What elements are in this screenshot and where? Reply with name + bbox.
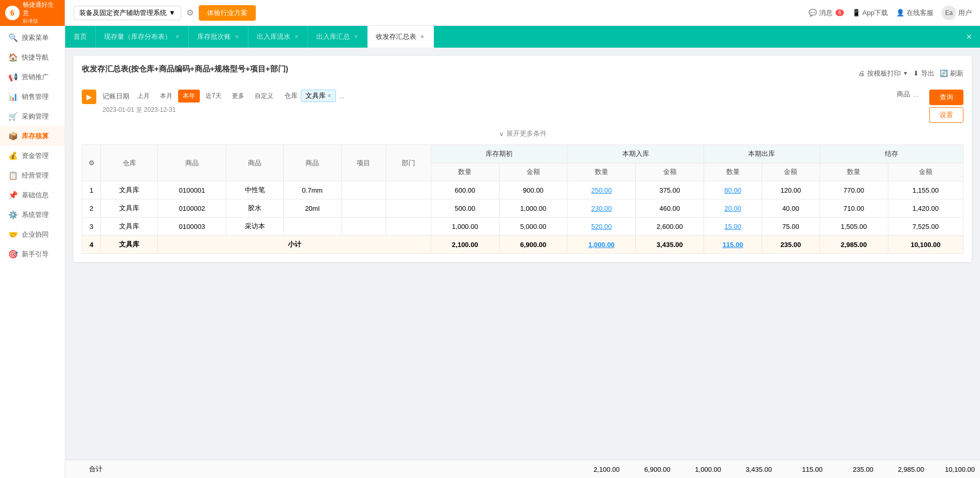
warehouse-tag-close[interactable]: × <box>328 92 331 99</box>
row-goods-spec: 0.7mm <box>283 181 341 199</box>
row-out-qty[interactable]: 15.00 <box>704 218 762 236</box>
sidebar-item-sales[interactable]: 📊 销售管理 <box>0 87 65 107</box>
sidebar-item-label: 基础信息 <box>22 191 49 200</box>
date-label: 记账日期 <box>103 92 129 101</box>
col-goods-spec-header: 商品 <box>283 145 341 181</box>
tab-batch[interactable]: 库存批次账 × <box>189 26 248 48</box>
row-in-qty[interactable]: 230.00 <box>567 199 636 218</box>
trial-btn[interactable]: 体验行业方案 <box>199 5 256 21</box>
col-out-header: 本期出库 <box>704 145 820 163</box>
export-btn[interactable]: ⬇ 导出 <box>913 69 934 78</box>
date-btns: 上月 本月 本年 近7天 更多 自定义 <box>133 90 278 103</box>
warehouse-more[interactable]: ... <box>339 92 345 100</box>
sidebar-item-operations[interactable]: 📋 经营管理 <box>0 166 65 185</box>
footer-bal-qty: 2,985.00 <box>877 466 924 473</box>
row-goods-spec <box>283 218 341 236</box>
avatar: Ea <box>942 6 956 20</box>
sidebar-item-guide[interactable]: 🎯 新手引导 <box>0 244 65 264</box>
subtotal-bal-qty: 2,985.00 <box>820 236 888 254</box>
row-bal-amt: 7,525.00 <box>888 218 963 236</box>
expand-more-btn[interactable]: ∨ 展开更多条件 <box>499 129 547 138</box>
sidebar-logo: 6 畅捷通好生意 标准版 <box>0 0 65 26</box>
sidebar-item-system[interactable]: ⚙️ 系统管理 <box>0 205 65 225</box>
sidebar-item-label: 系统管理 <box>22 210 49 220</box>
col-out-amt: 金额 <box>762 163 820 181</box>
inventory-icon: 📦 <box>8 132 18 141</box>
refresh-icon: 🔄 <box>940 69 948 77</box>
mobile-icon: 📱 <box>852 9 860 17</box>
collab-icon: 🤝 <box>8 230 18 239</box>
row-in-amt: 375.00 <box>636 181 704 199</box>
date-more[interactable]: 更多 <box>227 90 249 103</box>
sidebar-item-purchase[interactable]: 🛒 采购管理 <box>0 107 65 126</box>
data-table: ⚙ 仓库 商品 商品 商品 项目 部门 库存期初 本期入库 本期出库 结存 数量… <box>82 144 963 254</box>
system-selector[interactable]: 装备及固定资产辅助管理系统 ▼ <box>74 6 181 20</box>
subtotal-in-qty[interactable]: 1,000.00 <box>567 236 636 254</box>
tab-inventory-dist[interactable]: 现存量（库存分布表） × <box>96 26 189 48</box>
sidebar-item-quick[interactable]: 🏠 快捷导航 <box>0 48 65 67</box>
table-settings-col[interactable]: ⚙ <box>82 145 101 181</box>
refresh-btn[interactable]: 🔄 刷新 <box>940 69 963 78</box>
message-btn[interactable]: 💬 消息 6 <box>809 8 844 18</box>
home-icon: 🏠 <box>8 53 18 62</box>
marketing-icon: 📢 <box>8 73 18 82</box>
goods-more[interactable]: ... <box>913 91 919 98</box>
sidebar-item-marketing[interactable]: 📢 营销推广 <box>0 67 65 87</box>
date-this-year[interactable]: 本年 <box>178 90 200 103</box>
tab-recv-summary[interactable]: 收发存汇总表 × <box>368 26 434 48</box>
sidebar-item-search[interactable]: 🔍 搜索菜单 <box>0 28 65 48</box>
tab-batch-close[interactable]: × <box>234 32 240 41</box>
sidebar-item-basic[interactable]: 📌 基础信息 <box>0 185 65 205</box>
tab-inout-summary-close[interactable]: × <box>353 32 359 41</box>
row-in-qty[interactable]: 520.00 <box>567 218 636 236</box>
sidebar-item-collab[interactable]: 🤝 企业协同 <box>0 225 65 244</box>
date-this-month[interactable]: 本月 <box>155 90 177 103</box>
subtotal-out-qty[interactable]: 115.00 <box>704 236 762 254</box>
sidebar-item-label: 采购管理 <box>22 112 49 121</box>
tab-home[interactable]: 首页 <box>65 26 96 48</box>
row-out-qty[interactable]: 20.00 <box>704 199 762 218</box>
date-last-month[interactable]: 上月 <box>133 90 154 103</box>
tab-recv-summary-close[interactable]: × <box>419 32 425 41</box>
search-icon: 🔍 <box>8 33 18 42</box>
warehouse-tag-text: 文具库 <box>305 91 326 100</box>
row-warehouse: 文具库 <box>101 199 158 218</box>
subtotal-out-amt: 235.00 <box>762 236 820 254</box>
online-service-btn[interactable]: 👤 在线客服 <box>896 8 933 18</box>
query-btn[interactable]: 查询 <box>929 90 963 105</box>
row-goods-code: 0100001 <box>158 181 226 199</box>
tab-inout-summary[interactable]: 出入库汇总 × <box>308 26 368 48</box>
chevron-print-icon: ▼ <box>903 70 908 76</box>
settings-gear-icon[interactable]: ⚙ <box>186 8 194 18</box>
row-in-qty[interactable]: 250.00 <box>567 181 636 199</box>
col-open-qty: 数量 <box>431 163 499 181</box>
print-btn[interactable]: 🖨 按模板打印 ▼ <box>858 69 908 78</box>
operations-icon: 📋 <box>8 171 18 180</box>
date-7days[interactable]: 近7天 <box>201 90 226 103</box>
row-out-qty[interactable]: 80.00 <box>704 181 762 199</box>
tab-inout-flow[interactable]: 出入库流水 × <box>248 26 308 48</box>
tab-inout-flow-close[interactable]: × <box>294 32 299 41</box>
app-download-btn[interactable]: 📱 App下载 <box>852 8 888 18</box>
user-btn[interactable]: Ea 用户 <box>942 6 972 20</box>
row-open-qty: 1,000.00 <box>431 218 499 236</box>
expand-more-label: 展开更多条件 <box>506 129 547 138</box>
filter-settings-btn[interactable]: 设置 <box>929 107 963 123</box>
tab-bar-close[interactable]: × <box>958 32 980 42</box>
col-open-amt: 金额 <box>499 163 567 181</box>
sidebar-item-inventory[interactable]: 📦 库存核算 <box>0 126 65 146</box>
date-custom[interactable]: 自定义 <box>250 90 278 103</box>
col-warehouse-header: 仓库 <box>101 145 158 181</box>
filter-expand-btn[interactable]: ▶ <box>82 90 96 104</box>
subtotal-row: 4 文具库 小计 2,100.00 6,900.00 1,000.00 3,43… <box>82 236 963 254</box>
tab-inventory-dist-close[interactable]: × <box>174 32 180 41</box>
tab-inout-summary-label: 出入库汇总 <box>316 32 350 41</box>
row-goods-code: 0100002 <box>158 199 226 218</box>
row-in-amt: 460.00 <box>636 199 704 218</box>
row-warehouse: 文具库 <box>101 218 158 236</box>
subtotal-warehouse: 文具库 <box>101 236 158 254</box>
row-open-amt: 5,000.00 <box>499 218 567 236</box>
sidebar-item-finance[interactable]: 💰 资金管理 <box>0 146 65 166</box>
subtotal-label: 小计 <box>158 236 431 254</box>
footer-open-amt: 6,900.00 <box>624 466 670 473</box>
